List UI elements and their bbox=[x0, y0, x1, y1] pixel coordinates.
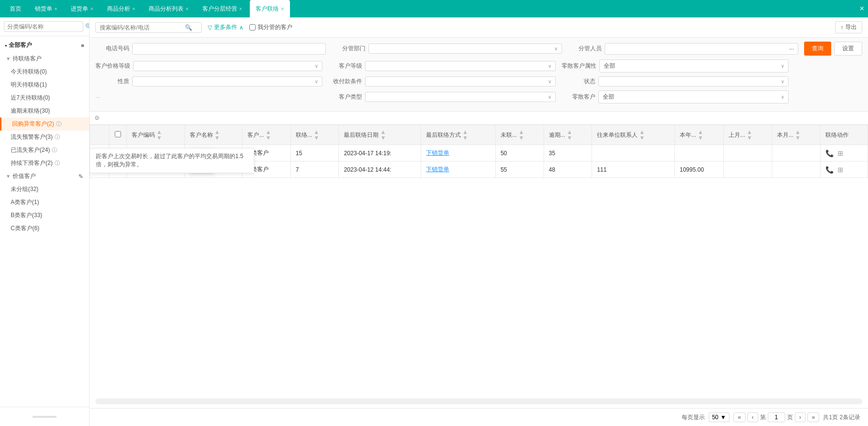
sidebar-item-label: 持续下滑客户(2) ⓘ bbox=[11, 159, 60, 167]
page-label-after: 页 bbox=[787, 413, 793, 422]
phone-input[interactable] bbox=[132, 43, 326, 55]
payment-select[interactable]: ∨ bbox=[365, 76, 555, 87]
sidebar-item-ungrouped[interactable]: 未分组(32) bbox=[0, 183, 89, 196]
sidebar-item-today-contact[interactable]: 今天待联络(0) bbox=[0, 65, 89, 78]
settings-button[interactable]: 设置 bbox=[834, 42, 862, 56]
price-level-label: 客户价格等级 bbox=[95, 62, 130, 70]
nav-sales-order[interactable]: 销货单 × bbox=[29, 0, 63, 17]
search-input[interactable] bbox=[100, 24, 182, 31]
contact-method-link[interactable]: 下销货单 bbox=[426, 149, 449, 156]
col-this-month[interactable]: 本月... ▲▼ bbox=[772, 125, 820, 145]
last-page-button[interactable]: » bbox=[807, 412, 820, 422]
col-last-month[interactable]: 上月... ▲▼ bbox=[724, 125, 772, 145]
search-icon[interactable]: 🔍 bbox=[185, 24, 192, 31]
close-product-analysis-icon[interactable]: × bbox=[132, 6, 135, 12]
filter-status: 状态 ∨ bbox=[562, 76, 789, 87]
sidebar-value-customer-group[interactable]: ▼ 价值客户 ✎ bbox=[0, 170, 89, 183]
col-overdue[interactable]: 逾期... ▲▼ bbox=[544, 125, 592, 145]
col-label: 逾期... bbox=[549, 131, 565, 139]
first-page-button[interactable]: « bbox=[733, 412, 746, 422]
table-header-row: 客户编码 ▲▼ 客户名称 ▲▼ 客户... bbox=[90, 125, 868, 145]
col-label: 联络... bbox=[296, 131, 312, 139]
nav-customer-contact[interactable]: 客户联络 × bbox=[250, 0, 289, 17]
edit-icon[interactable]: ✎ bbox=[78, 173, 83, 180]
sidebar-item-churn-warning[interactable]: 流失预警客户(3) ⓘ bbox=[0, 131, 89, 144]
close-segmentation-icon[interactable]: × bbox=[239, 6, 242, 12]
gender-select[interactable]: ∨ bbox=[132, 76, 322, 87]
col-last-contact-method[interactable]: 最后联络方式 ▲▼ bbox=[421, 125, 496, 145]
select-all-checkbox[interactable] bbox=[115, 131, 121, 137]
chevron-down-icon: ∨ bbox=[548, 63, 551, 69]
horizontal-scrollbar[interactable] bbox=[95, 398, 862, 404]
sidebar-pending-contact-group[interactable]: ▼ 待联络客户 bbox=[0, 52, 89, 65]
sidebar-group-label: 待联络客户 bbox=[13, 55, 42, 63]
col-customer-code[interactable]: 客户编码 ▲▼ bbox=[127, 125, 185, 145]
col-contact-count[interactable]: 联络... ▲▼ bbox=[290, 125, 339, 145]
col-label: 往来单位联系人 bbox=[597, 131, 638, 139]
close-contact-icon[interactable]: × bbox=[281, 6, 284, 12]
window-close-button[interactable]: × bbox=[860, 4, 864, 13]
action-cell: 📞 ⊞ bbox=[820, 145, 868, 162]
sidebar-item-tomorrow-contact[interactable]: 明天待联络(1) bbox=[0, 78, 89, 91]
sidebar-body: ▪ 全部客户 » ▼ 待联络客户 今天待联络(0) 明天待联络(1) 近7天待联… bbox=[0, 36, 89, 407]
page-number-input[interactable] bbox=[768, 412, 785, 422]
sidebar-item-repurchase-abnormal[interactable]: 回购异常客户(2) ⓘ bbox=[0, 118, 89, 131]
person-select[interactable]: ··· bbox=[605, 43, 798, 55]
col-customer-type[interactable]: 客户... ▲▼ bbox=[243, 125, 291, 145]
nav-purchase-order[interactable]: 进货单 × bbox=[65, 0, 99, 17]
my-customers-checkbox[interactable]: 我分管的客户 bbox=[249, 23, 292, 31]
retail-customer-select[interactable]: 全部 ∨ bbox=[598, 90, 789, 103]
customer-type-select[interactable]: ∨ bbox=[365, 92, 555, 102]
export-button[interactable]: ↑ 导出 bbox=[835, 21, 862, 33]
col-unit-contact[interactable]: 往来单位联系人 ▲▼ bbox=[592, 125, 675, 145]
per-page-select[interactable]: 50 ▼ bbox=[709, 412, 730, 422]
grid-action-icon[interactable]: ⊞ bbox=[838, 149, 843, 157]
close-purchase-order-icon[interactable]: × bbox=[90, 6, 93, 12]
contact-method-link[interactable]: 下销货单 bbox=[426, 166, 449, 173]
more-filter-button[interactable]: ▽ 更多条件 ∧ bbox=[208, 23, 244, 31]
dept-select[interactable]: ∨ bbox=[368, 44, 562, 54]
grid-action-icon[interactable]: ⊞ bbox=[838, 166, 843, 174]
col-uncontacted[interactable]: 未联... ▲▼ bbox=[495, 125, 544, 145]
table-settings-icon[interactable]: ⚙ bbox=[94, 115, 100, 121]
col-checkbox bbox=[109, 125, 127, 145]
price-level-select[interactable]: ∨ bbox=[133, 61, 322, 71]
person-label: 分管人员 bbox=[568, 44, 602, 53]
retail-attr-select[interactable]: 全部 ∨ bbox=[599, 59, 789, 73]
sidebar-item-label: 逾期未联络(30) bbox=[11, 107, 50, 115]
export-icon: ↑ bbox=[840, 24, 843, 31]
sidebar-search-icon[interactable]: 🔍 bbox=[85, 23, 90, 30]
close-product-list-icon[interactable]: × bbox=[185, 6, 188, 12]
sidebar-all-customers[interactable]: ▪ 全部客户 » bbox=[0, 38, 89, 52]
col-customer-name[interactable]: 客户名称 ▲▼ bbox=[184, 125, 243, 145]
sidebar-item-c-class[interactable]: C类客户(6) bbox=[0, 222, 89, 235]
nav-home[interactable]: 首页 bbox=[4, 0, 27, 17]
overdue-cell: 35 bbox=[544, 145, 592, 162]
nav-customer-segmentation[interactable]: 客户分层经营 × bbox=[197, 0, 248, 17]
status-select[interactable]: ∨ bbox=[598, 76, 789, 87]
sidebar-item-overdue-contact[interactable]: 逾期未联络(30) bbox=[0, 104, 89, 118]
sidebar-item-b-class[interactable]: B类客户(33) bbox=[0, 209, 89, 222]
query-button[interactable]: 查询 bbox=[804, 42, 831, 56]
close-sales-order-icon[interactable]: × bbox=[54, 6, 57, 12]
col-last-contact-date[interactable]: 最后联络日期 ▲▼ bbox=[339, 125, 421, 145]
next-page-button[interactable]: › bbox=[795, 412, 806, 422]
my-customers-check[interactable] bbox=[249, 24, 256, 30]
sidebar-collapse-icon[interactable]: » bbox=[81, 42, 84, 49]
prev-page-button[interactable]: ‹ bbox=[747, 412, 758, 422]
category-search-input[interactable] bbox=[4, 21, 83, 32]
filter-row-4: ··· 客户类型 ∨ 零散客户 全部 ∨ bbox=[95, 90, 862, 103]
more-options-icon[interactable]: ··· bbox=[95, 94, 100, 100]
sidebar-item-7day-contact[interactable]: 近7天待联络(0) bbox=[0, 91, 89, 104]
col-label: 客户名称 bbox=[190, 131, 213, 139]
sidebar-item-a-class[interactable]: A类客户(1) bbox=[0, 196, 89, 209]
sidebar-item-declining[interactable]: 持续下滑客户(2) ⓘ bbox=[0, 157, 89, 170]
phone-action-icon[interactable]: 📞 bbox=[825, 149, 834, 157]
customer-level-select[interactable]: ∨ bbox=[365, 61, 555, 71]
nav-product-analysis-list[interactable]: 商品分析列表 × bbox=[143, 0, 194, 17]
sidebar-item-churned[interactable]: 已流失客户(24) ⓘ bbox=[0, 144, 89, 157]
sidebar-search-area: 🔍 bbox=[0, 17, 89, 36]
nav-product-analysis[interactable]: 商品分析 × bbox=[101, 0, 141, 17]
col-this-year[interactable]: 本年... ▲▼ bbox=[675, 125, 724, 145]
phone-action-icon[interactable]: 📞 bbox=[825, 166, 834, 174]
